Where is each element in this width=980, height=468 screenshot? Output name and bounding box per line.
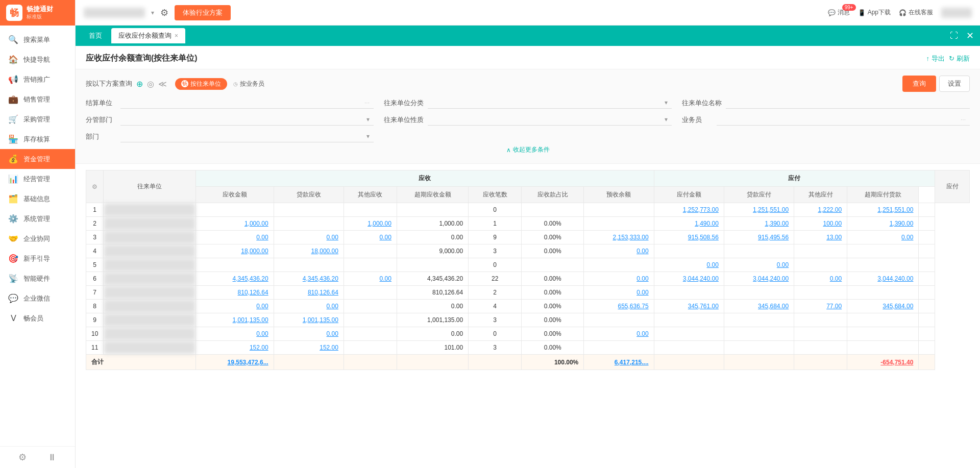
unit-name-input[interactable] bbox=[726, 97, 970, 109]
row-ap-amount[interactable]: 1,252,773.00 bbox=[654, 203, 724, 217]
row-ap-loan[interactable] bbox=[724, 313, 794, 327]
salesman-input[interactable]: ··· bbox=[717, 114, 970, 126]
row-ar-amount[interactable]: 4,345,436.20 bbox=[196, 272, 274, 286]
row-ap-loan[interactable]: 345,684.00 bbox=[724, 300, 794, 313]
filter-scheme-unit-btn[interactable]: 畅 按往来单位 bbox=[175, 78, 227, 90]
sidebar-item-coop[interactable]: 🤝 企业协同 bbox=[0, 229, 75, 249]
row-ap-other[interactable] bbox=[794, 286, 847, 300]
sidebar-item-hardware[interactable]: 📡 智能硬件 bbox=[0, 268, 75, 288]
row-ar-amount[interactable]: 18,000.00 bbox=[196, 244, 274, 258]
row-ap-other[interactable]: 0.00 bbox=[794, 272, 847, 286]
row-ap-other[interactable]: 13.00 bbox=[794, 231, 847, 244]
row-ap-loan[interactable]: 3,044,240.00 bbox=[724, 272, 794, 286]
settings-button[interactable]: 设置 bbox=[939, 76, 970, 92]
row-ar-other[interactable]: 0.00 bbox=[344, 231, 397, 244]
row-ap-overdue[interactable]: 0.00 bbox=[847, 231, 919, 244]
sidebar-item-search[interactable]: 🔍 搜索菜单 bbox=[0, 30, 75, 50]
row-ap-other[interactable] bbox=[794, 313, 847, 327]
row-ar-loan[interactable] bbox=[274, 217, 344, 231]
row-ar-other[interactable] bbox=[344, 258, 397, 272]
row-ap-amount[interactable]: 345,761.00 bbox=[654, 300, 724, 313]
sidebar-collapse-btn[interactable]: ⏸ bbox=[47, 452, 57, 463]
row-ar-amount[interactable]: 1,001,135.00 bbox=[196, 313, 274, 327]
row-ar-loan[interactable]: 4,345,436.20 bbox=[274, 272, 344, 286]
filter-collapse-icon[interactable]: ≪ bbox=[158, 79, 167, 89]
sidebar-item-operation[interactable]: 📊 经营管理 bbox=[0, 169, 75, 189]
row-ar-prepay[interactable] bbox=[584, 217, 654, 231]
row-ap-overdue[interactable] bbox=[847, 286, 919, 300]
row-ar-prepay[interactable]: 0.00 bbox=[584, 327, 654, 341]
dept-manager-select[interactable]: ▾ bbox=[120, 114, 374, 126]
row-ap-loan[interactable]: 1,251,551.00 bbox=[724, 203, 794, 217]
row-ar-amount[interactable]: 0.00 bbox=[196, 327, 274, 341]
row-ap-other[interactable] bbox=[794, 341, 847, 355]
row-ar-loan[interactable]: 0.00 bbox=[274, 231, 344, 244]
row-ar-loan[interactable]: 0.00 bbox=[274, 300, 344, 313]
unit-nature-select[interactable]: ▾ bbox=[428, 114, 672, 126]
row-ar-amount[interactable]: 0.00 bbox=[196, 231, 274, 244]
filter-scheme-salesman-btn[interactable]: ◷ 按业务员 bbox=[229, 78, 268, 90]
row-ap-overdue[interactable] bbox=[847, 327, 919, 341]
tab-home[interactable]: 首页 bbox=[82, 28, 109, 43]
row-ap-amount[interactable]: 0.00 bbox=[654, 258, 724, 272]
total-ap-overdue[interactable]: -654,751.40 bbox=[847, 355, 919, 370]
row-ap-loan[interactable] bbox=[724, 341, 794, 355]
row-ar-other[interactable] bbox=[344, 203, 397, 217]
row-ap-amount[interactable] bbox=[654, 313, 724, 327]
filter-add-btn[interactable]: ⊕ bbox=[136, 79, 143, 89]
row-ap-loan[interactable]: 0.00 bbox=[724, 258, 794, 272]
row-ar-prepay[interactable]: 0.00 bbox=[584, 272, 654, 286]
row-ap-loan[interactable]: 915,495.56 bbox=[724, 231, 794, 244]
sidebar-item-quick[interactable]: 🏠 快捷导航 bbox=[0, 50, 75, 69]
row-ap-loan[interactable] bbox=[724, 327, 794, 341]
row-ap-overdue[interactable] bbox=[847, 341, 919, 355]
row-ar-amount[interactable]: 1,000.00 bbox=[196, 217, 274, 231]
row-ap-amount[interactable]: 3,044,240.00 bbox=[654, 272, 724, 286]
row-ar-prepay[interactable] bbox=[584, 341, 654, 355]
row-ap-overdue[interactable] bbox=[847, 244, 919, 258]
row-ar-amount[interactable]: 0.00 bbox=[196, 300, 274, 313]
row-ar-other[interactable] bbox=[344, 341, 397, 355]
row-ar-prepay[interactable]: 0.00 bbox=[584, 286, 654, 300]
row-ar-loan[interactable]: 18,000.00 bbox=[274, 244, 344, 258]
row-ap-other[interactable] bbox=[794, 244, 847, 258]
row-ap-other[interactable] bbox=[794, 258, 847, 272]
topbar-user[interactable] bbox=[941, 8, 972, 18]
sidebar-item-wechat[interactable]: 💬 企业微信 bbox=[0, 288, 75, 308]
row-ap-loan[interactable] bbox=[724, 286, 794, 300]
sidebar-item-capital[interactable]: 💰 资金管理 bbox=[0, 149, 75, 169]
sidebar-item-guide[interactable]: 🎯 新手引导 bbox=[0, 249, 75, 268]
department-select[interactable]: ▾ bbox=[120, 131, 374, 142]
row-ar-prepay[interactable]: 655,636.75 bbox=[584, 300, 654, 313]
export-button[interactable]: ↑ 导出 bbox=[926, 54, 945, 63]
row-ap-overdue[interactable]: 1,390.00 bbox=[847, 217, 919, 231]
row-ap-loan[interactable] bbox=[724, 244, 794, 258]
tab-window-close-btn[interactable]: ✕ bbox=[966, 30, 974, 41]
row-ar-amount[interactable]: 152.00 bbox=[196, 341, 274, 355]
row-ar-loan[interactable] bbox=[274, 258, 344, 272]
sidebar-item-marketing[interactable]: 📢 营销推广 bbox=[0, 69, 75, 89]
row-ap-other[interactable]: 100.00 bbox=[794, 217, 847, 231]
row-ap-overdue[interactable]: 345,684.00 bbox=[847, 300, 919, 313]
topbar-online-service[interactable]: 🎧 在线客服 bbox=[899, 8, 933, 17]
total-ar-amount[interactable]: 19,553,472,6... bbox=[196, 355, 274, 370]
row-ap-amount[interactable] bbox=[654, 327, 724, 341]
row-ap-other[interactable]: 77.00 bbox=[794, 300, 847, 313]
row-ar-other[interactable]: 0.00 bbox=[344, 272, 397, 286]
topbar-app-download[interactable]: 📱 App下载 bbox=[858, 8, 891, 17]
row-ar-loan[interactable]: 0.00 bbox=[274, 327, 344, 341]
row-ap-amount[interactable] bbox=[654, 286, 724, 300]
row-ar-other[interactable] bbox=[344, 286, 397, 300]
table-settings-icon[interactable]: ⚙ bbox=[92, 183, 97, 190]
row-ar-other[interactable] bbox=[344, 313, 397, 327]
row-ar-other[interactable]: 1,000.00 bbox=[344, 217, 397, 231]
promo-button[interactable]: 体验行业方案 bbox=[175, 5, 231, 20]
row-ar-prepay[interactable]: 0.00 bbox=[584, 244, 654, 258]
tab-fullscreen-btn[interactable]: ⛶ bbox=[950, 31, 958, 40]
total-ar-prepay[interactable]: 6,417,215.... bbox=[584, 355, 654, 370]
row-ar-other[interactable] bbox=[344, 300, 397, 313]
topbar-dropdown-btn[interactable]: ▾ bbox=[151, 9, 154, 16]
sidebar-item-base[interactable]: 🗂️ 基础信息 bbox=[0, 189, 75, 209]
row-ar-prepay[interactable] bbox=[584, 313, 654, 327]
row-ap-other[interactable] bbox=[794, 327, 847, 341]
